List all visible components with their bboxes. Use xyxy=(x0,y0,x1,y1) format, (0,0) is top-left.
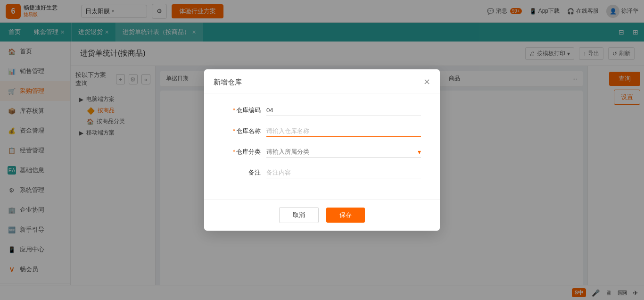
warehouse-name-input[interactable] xyxy=(266,125,421,137)
modal-title: 新增仓库 xyxy=(214,78,242,87)
remark-label: 备注 xyxy=(223,168,261,177)
cancel-button[interactable]: 取消 xyxy=(279,207,319,223)
modal-close-button[interactable]: ✕ xyxy=(423,77,430,87)
form-row-warehouse-category: *仓库分类 ▾ xyxy=(223,146,421,158)
remark-input[interactable] xyxy=(266,167,421,178)
form-row-remark: 备注 xyxy=(223,167,421,178)
modal-overlay: 新增仓库 ✕ *仓库编码 *仓库名称 *仓库分类 xyxy=(0,0,644,300)
save-button[interactable]: 保存 xyxy=(326,208,365,223)
warehouse-name-label: *仓库名称 xyxy=(223,127,261,135)
add-warehouse-modal: 新增仓库 ✕ *仓库编码 *仓库名称 *仓库分类 xyxy=(204,69,440,231)
warehouse-category-select[interactable]: ▾ xyxy=(266,146,421,158)
warehouse-code-label: *仓库编码 xyxy=(223,106,261,115)
warehouse-category-input[interactable] xyxy=(266,146,418,157)
form-row-warehouse-name: *仓库名称 xyxy=(223,125,421,137)
warehouse-code-input[interactable] xyxy=(266,105,421,116)
form-row-warehouse-code: *仓库编码 xyxy=(223,105,421,116)
warehouse-category-label: *仓库分类 xyxy=(223,148,261,156)
modal-header: 新增仓库 ✕ xyxy=(204,69,440,93)
modal-footer: 取消 保存 xyxy=(204,199,440,231)
modal-body: *仓库编码 *仓库名称 *仓库分类 ▾ xyxy=(204,93,440,199)
category-dropdown-arrow: ▾ xyxy=(418,148,421,156)
